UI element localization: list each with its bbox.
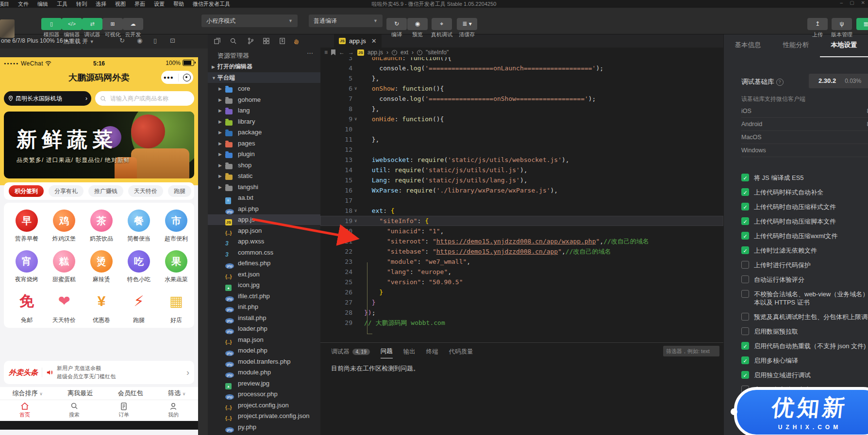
tab-性能分析[interactable]: 性能分析 — [772, 41, 820, 57]
unchecked-checkbox-icon[interactable] — [741, 313, 749, 321]
tree-item-preview.jpg[interactable]: ▲preview.jpg — [208, 378, 320, 389]
fold-arrow-icon[interactable]: ∨ — [354, 114, 357, 124]
unchecked-checkbox-icon[interactable] — [741, 290, 749, 298]
close-icon[interactable]: ✕ — [371, 37, 377, 45]
extensions-icon[interactable] — [263, 37, 270, 46]
checked-checkbox-icon[interactable]: ✓ — [741, 342, 749, 350]
category-水果蔬菜[interactable]: 果水果蔬菜 — [157, 250, 195, 284]
outline-icon[interactable]: ≡ — [324, 49, 328, 56]
breadcrumb[interactable]: ≡ ← → JS app.js › ext › "siteInfo" — [324, 48, 449, 57]
multi-window-icon[interactable]: ⊡ — [170, 37, 175, 44]
details-button[interactable]: ≣ — [856, 18, 868, 30]
open-editors-section[interactable]: ▶打开的编辑器 — [208, 61, 320, 72]
toolbar-button-编译[interactable]: ↻编译 — [386, 18, 407, 38]
panel-tab-终端[interactable]: 终端 — [426, 348, 438, 358]
setting-上传时过滤无依赖文件[interactable]: ✓上传时过滤无依赖文件 — [741, 246, 868, 255]
close-icon[interactable]: ✕ — [861, 0, 865, 5]
tag-推广赚钱[interactable]: 推广赚钱 — [88, 185, 123, 197]
fold-arrow-icon[interactable]: ∨ — [354, 216, 357, 226]
tree-item-library[interactable]: ▶library — [208, 116, 320, 127]
snippet-icon[interactable] — [279, 37, 286, 46]
setting-启用多核心编译[interactable]: ✓启用多核心编译 — [741, 356, 868, 365]
setting-上传代码时自动压缩wxm[interactable]: ✓上传代码时自动压缩wxml文件 — [741, 232, 868, 240]
search-input[interactable] — [109, 95, 184, 102]
setting-自动运行体验评分[interactable]: 自动运行体验评分 — [741, 275, 868, 284]
tree-item-ifile.ctrl.php[interactable]: phpifile.ctrl.php — [208, 291, 320, 302]
tree-item-app.json[interactable]: {..}app.json — [208, 226, 320, 236]
menu-item-设置[interactable]: 设置 — [150, 0, 169, 8]
panel-tab-调试器[interactable]: 调试器4, 19 — [331, 348, 370, 358]
tree-item-common.css[interactable]: 3common.css — [208, 247, 320, 258]
category-麻辣烫[interactable]: 烫麻辣烫 — [83, 250, 120, 284]
forward-icon[interactable]: → — [348, 49, 354, 56]
category-优惠卷[interactable]: ¥优惠卷 — [83, 291, 120, 324]
tag-积分签到[interactable]: 积分签到 — [9, 185, 44, 197]
toolbar-button-真机调试[interactable]: ⌖真机调试 — [431, 18, 452, 38]
tag-分享有礼[interactable]: 分享有礼 — [49, 185, 83, 197]
tree-item-pages[interactable]: ▶pages — [208, 138, 320, 149]
unchecked-checkbox-icon[interactable] — [741, 275, 749, 283]
search-bar[interactable] — [95, 91, 194, 106]
tab-app-js[interactable]: JS app.js ✕ — [334, 34, 382, 48]
fold-arrow-icon[interactable]: ∨ — [354, 206, 357, 216]
checked-checkbox-icon[interactable]: ✓ — [741, 203, 749, 210]
tree-item-defines.php[interactable]: phpdefines.php — [208, 258, 320, 269]
menu-item-转到[interactable]: 转到 — [72, 0, 91, 8]
setting-不校验合法域名、web-[interactable]: 不校验合法域名、web-view（业务域名）本以及 HTTPS 证书 — [741, 290, 868, 306]
setting-预览及真机调试时主包、分[interactable]: 预览及真机调试时主包、分包体积上限调整 — [741, 313, 868, 321]
tab-本地设置[interactable]: 本地设置 — [820, 41, 868, 57]
checked-checkbox-icon[interactable]: ✓ — [741, 371, 749, 379]
menu-item-选择[interactable]: 选择 — [91, 0, 111, 8]
problems-filter-input[interactable] — [663, 346, 719, 356]
category-特色小吃[interactable]: 吃特色小吃 — [120, 250, 158, 284]
filter-综合排序[interactable]: 综合排序 ∨ — [13, 389, 43, 398]
checked-checkbox-icon[interactable]: ✓ — [741, 232, 749, 240]
setting-启用代码自动热重载（不支[interactable]: ✓启用代码自动热重载（不支持 json 文件) — [741, 342, 868, 350]
search-icon[interactable] — [230, 37, 237, 46]
category-营养早餐[interactable]: 早营养早餐 — [8, 209, 46, 243]
setting-上传代码时自动压缩脚本文[interactable]: ✓上传代码时自动压缩脚本文件 — [741, 217, 868, 226]
tree-item-project.config.json[interactable]: {..}project.config.json — [208, 400, 320, 411]
setting-启用独立域进行调试[interactable]: ✓启用独立域进行调试 — [741, 371, 868, 379]
tree-item-ext.json[interactable]: {..}ext.json — [208, 269, 320, 280]
nav-我的[interactable]: 我的 — [149, 400, 198, 421]
mode-select[interactable]: 小程序模式▼ — [201, 15, 298, 27]
maximize-icon[interactable]: ▢ — [850, 0, 854, 5]
tree-item-py.php[interactable]: phppy.php — [208, 422, 320, 433]
promo-banner[interactable]: 新鲜蔬菜 品类繁多/ 进口果蔬/ 彰显品位/ 绝对新鲜 — [4, 112, 194, 178]
toolbar-button-预览[interactable]: ◉预览 — [407, 18, 428, 38]
category-炸鸡汉堡[interactable]: 鸡炸鸡汉堡 — [45, 209, 83, 243]
tree-item-package[interactable]: ▶package — [208, 127, 320, 138]
checked-checkbox-icon[interactable]: ✓ — [741, 356, 749, 364]
menu-item-帮助[interactable]: 帮助 — [169, 0, 188, 8]
category-跑腿[interactable]: ⚡跑腿 — [120, 291, 158, 324]
nav-搜索[interactable]: 搜索 — [50, 400, 99, 421]
menu-item-微信开发者工具[interactable]: 微信开发者工具 — [188, 0, 234, 8]
category-超市便利[interactable]: 市超市便利 — [157, 209, 195, 243]
category-甜蜜蛋糕[interactable]: 糕甜蜜蛋糕 — [45, 250, 83, 284]
tree-item-app.wxss[interactable]: 3app.wxss — [208, 236, 320, 247]
tree-item-shop[interactable]: ▶shop — [208, 160, 320, 171]
unchecked-checkbox-icon[interactable] — [741, 327, 749, 335]
code-area[interactable]: 3 onLaunch: function(){4 console.log('==… — [320, 57, 723, 339]
tag-天天特价[interactable]: 天天特价 — [128, 185, 163, 197]
tree-item-lang[interactable]: ▶lang — [208, 105, 320, 116]
checked-checkbox-icon[interactable]: ✓ — [741, 188, 749, 196]
checked-checkbox-icon[interactable]: ✓ — [741, 217, 749, 225]
setting-将 JS 编译成 ES5[interactable]: ✓将 JS 编译成 ES5 — [741, 174, 868, 182]
location-selector[interactable]: 昆明长水国际机场 › — [4, 91, 91, 106]
tree-item-tangshi[interactable]: ▶tangshi — [208, 182, 320, 193]
more-dots-icon[interactable]: ●●● — [164, 75, 174, 80]
category-夜宵烧烤[interactable]: 宵夜宵烧烤 — [8, 250, 46, 284]
panel-tab-代码质量[interactable]: 代码质量 — [449, 348, 473, 358]
category-免邮[interactable]: 免免邮 — [8, 291, 46, 324]
tree-item-api.php[interactable]: phpapi.php — [208, 204, 320, 214]
tree-item-gohome[interactable]: ▶gohome — [208, 95, 320, 105]
hand-tool-icon[interactable] — [293, 37, 300, 46]
wechat-capsule[interactable]: ●●● — [161, 71, 193, 84]
toolbar-button-模拟器[interactable]: ▯模拟器 — [41, 18, 62, 38]
menu-item-工具[interactable]: 工具 — [52, 0, 72, 8]
files-icon[interactable] — [214, 37, 221, 46]
minimize-icon[interactable]: – — [840, 0, 843, 5]
filter-筛选[interactable]: 筛选 ∨ — [168, 389, 185, 398]
